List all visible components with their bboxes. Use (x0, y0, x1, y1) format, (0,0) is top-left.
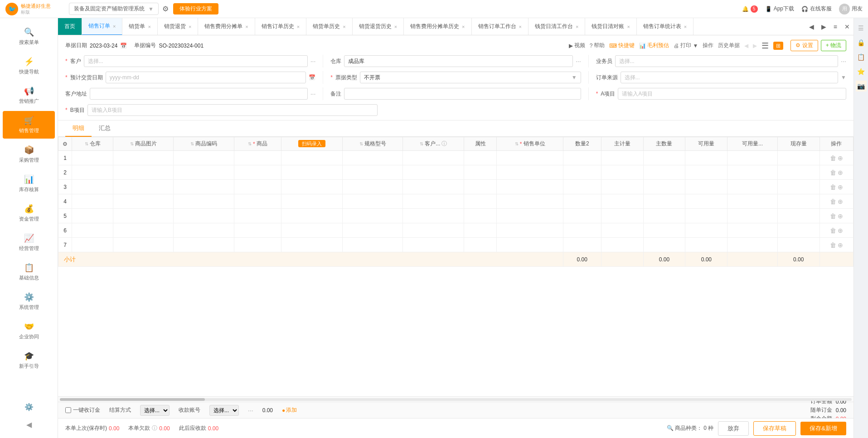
col-sort-icon[interactable]: ⇅ (359, 141, 363, 146)
row-available-qty[interactable] (685, 238, 727, 252)
right-action-3[interactable]: 📋 (856, 52, 867, 63)
delivery-date-input[interactable] (106, 72, 306, 83)
row-warehouse[interactable] (72, 151, 113, 165)
staff-more-icon[interactable]: ··· (841, 58, 846, 65)
row-available-more[interactable] (727, 165, 777, 180)
row-main-unit[interactable] (601, 238, 643, 252)
operation-btn[interactable]: 操作 (703, 42, 713, 49)
address-input[interactable] (90, 88, 308, 100)
row-product-img[interactable] (113, 238, 174, 252)
row-qty2[interactable] (563, 194, 601, 209)
row-spec-model[interactable] (343, 165, 403, 180)
tab-sales-fee-split[interactable]: 销售费用分摊单 × (198, 18, 255, 35)
row-product-code[interactable] (174, 194, 234, 209)
a-project-input[interactable] (618, 88, 846, 100)
row-product-code[interactable] (174, 165, 234, 180)
notification-btn[interactable]: 🔔 5 (742, 5, 758, 13)
tab-close-all-btn[interactable]: ✕ (841, 23, 853, 30)
tab-prev-btn[interactable]: ◀ (805, 23, 818, 30)
tab-sales-return-history[interactable]: 销货单历史 × (306, 18, 352, 35)
delete-row-icon[interactable]: 🗑 (830, 241, 836, 249)
add-btn[interactable]: ● 添加 (282, 406, 297, 414)
delete-row-icon[interactable]: 🗑 (830, 227, 836, 234)
row-main-qty[interactable] (643, 194, 685, 209)
copy-row-icon[interactable]: ⊕ (838, 154, 843, 162)
delivery-calendar-icon[interactable]: 📅 (309, 74, 315, 81)
row-available-qty[interactable] (685, 194, 727, 209)
row-attr[interactable] (464, 238, 497, 252)
row-current-qty[interactable] (777, 165, 820, 180)
tab-close-icon[interactable]: × (189, 24, 191, 29)
row-sales-unit[interactable] (497, 238, 563, 252)
sidebar-settings-btn[interactable]: ⚙️ (0, 399, 58, 415)
row-warehouse[interactable] (72, 223, 113, 238)
tab-close-icon[interactable]: × (684, 24, 687, 29)
sidebar-item-purchase[interactable]: 📦 采购管理 (3, 140, 55, 168)
row-customer-code[interactable] (403, 151, 464, 165)
invoice-type-select[interactable]: 不开票 ▼ (360, 72, 581, 83)
row-main-unit[interactable] (601, 209, 643, 223)
list-view-icon[interactable]: ☰ (761, 41, 769, 51)
row-current-qty[interactable] (777, 238, 820, 252)
row-spec-model[interactable] (343, 223, 403, 238)
row-available-qty[interactable] (685, 165, 727, 180)
col-sort-icon[interactable]: ⇅ (248, 141, 252, 146)
row-available-more[interactable] (727, 209, 777, 223)
detail-tab-summary[interactable]: 汇总 (92, 120, 118, 137)
detail-tab-detail[interactable]: 明细 (65, 120, 92, 137)
save-new-btn[interactable]: 保存&新增 (800, 422, 846, 435)
row-spec-model[interactable] (343, 180, 403, 194)
copy-row-icon[interactable]: ⊕ (838, 241, 843, 249)
row-product-code[interactable] (174, 238, 234, 252)
row-main-unit[interactable] (601, 194, 643, 209)
row-product-code[interactable] (174, 223, 234, 238)
row-main-qty[interactable] (643, 209, 685, 223)
row-main-unit[interactable] (601, 223, 643, 238)
row-available-more[interactable] (727, 194, 777, 209)
col-sort-icon[interactable]: ⇅ (130, 141, 134, 146)
row-product-name[interactable] (234, 180, 281, 194)
row-sales-unit[interactable] (497, 209, 563, 223)
row-product-code[interactable] (174, 180, 234, 194)
row-product-name[interactable] (234, 151, 281, 165)
copy-row-icon[interactable]: ⊕ (838, 227, 843, 234)
sidebar-item-search[interactable]: 🔍 搜索菜单 (3, 23, 55, 50)
sidebar-item-sales[interactable]: 🛒 销售管理 (3, 111, 55, 139)
row-main-qty[interactable] (643, 165, 685, 180)
right-action-1[interactable]: ☰ (856, 23, 867, 34)
save-draft-btn[interactable]: 保存草稿 (753, 421, 796, 436)
tab-menu-btn[interactable]: ≡ (830, 23, 841, 30)
scroll-area[interactable] (58, 396, 853, 402)
set-btn[interactable]: ⚙ 设置 (790, 40, 818, 51)
row-main-unit[interactable] (601, 151, 643, 165)
sidebar-item-marketing[interactable]: 📢 营销推广 (3, 82, 55, 109)
row-spec-model[interactable] (343, 209, 403, 223)
add-col-btn[interactable]: + 物流 (821, 40, 846, 51)
col-sort-icon[interactable]: ⇅ (515, 141, 519, 146)
row-product-name[interactable] (234, 165, 281, 180)
row-customer-code[interactable] (403, 165, 464, 180)
tab-close-icon[interactable]: × (245, 24, 248, 29)
row-product-name[interactable] (234, 209, 281, 223)
row-customer-code[interactable] (403, 194, 464, 209)
row-warehouse[interactable] (72, 238, 113, 252)
user-profile-btn[interactable]: 用 用友 (839, 4, 863, 14)
tab-sales-refund[interactable]: 销货退货 × (158, 18, 198, 35)
tab-cash-daily[interactable]: 钱货日清工作台 × (529, 18, 585, 35)
row-spec-model[interactable] (343, 238, 403, 252)
tab-home[interactable]: 首页 (58, 18, 82, 35)
row-main-qty[interactable] (643, 223, 685, 238)
customer-more-icon[interactable]: ··· (310, 58, 316, 65)
right-action-4[interactable]: ⭐ (856, 66, 867, 77)
online-service-btn[interactable]: 🎧 在线客服 (801, 5, 832, 13)
row-product-img[interactable] (113, 165, 174, 180)
sidebar-collapse-btn[interactable]: ◀ (0, 417, 58, 433)
row-product-img[interactable] (113, 194, 174, 209)
print-btn[interactable]: 🖨 打印 ▼ (674, 42, 698, 49)
row-product-name[interactable] (234, 223, 281, 238)
tab-close-icon[interactable]: × (627, 24, 630, 29)
row-product-img[interactable] (113, 180, 174, 194)
row-current-qty[interactable] (777, 180, 820, 194)
notes-input[interactable] (344, 88, 581, 100)
row-attr[interactable] (464, 165, 497, 180)
